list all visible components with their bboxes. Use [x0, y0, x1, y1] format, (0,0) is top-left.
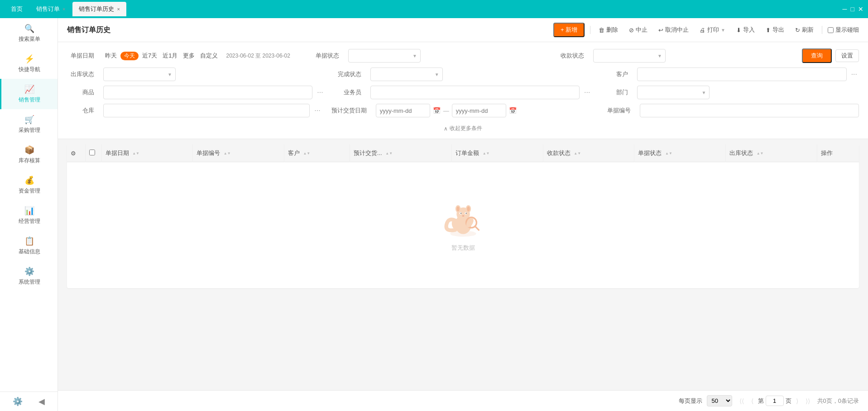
settings-filter-button[interactable]: 设置: [835, 49, 859, 62]
th-no[interactable]: 单据编号 ▲▼: [193, 145, 284, 162]
delivery-date-end-input[interactable]: [452, 104, 506, 117]
dept-select-wrapper: ▼: [637, 86, 710, 99]
sidebar-item-sales-mgmt[interactable]: 📈 销售管理: [0, 79, 58, 109]
th-checkbox[interactable]: [85, 145, 101, 162]
stop-button[interactable]: ⊘ 中止: [626, 24, 650, 36]
export-button[interactable]: ⬆ 导出: [763, 24, 787, 36]
th-amount[interactable]: 订单金额 ▲▼: [452, 145, 543, 162]
page-title: 销售订单历史: [67, 25, 110, 35]
per-page-select[interactable]: 10 20 50 100: [707, 395, 732, 406]
th-customer-sort-icon[interactable]: ▲▼: [303, 152, 310, 155]
cancel-stop-button[interactable]: ↩ 取消中止: [656, 24, 691, 36]
th-settings[interactable]: ⚙: [67, 145, 85, 162]
date-more[interactable]: 更多: [181, 51, 197, 61]
bill-no-input[interactable]: [640, 104, 859, 117]
date-label: 单据日期: [67, 52, 94, 60]
sidebar-item-quick-nav[interactable]: ⚡ 快捷导航: [0, 48, 58, 79]
next-page-button[interactable]: ⟩: [793, 396, 801, 406]
th-bill-status[interactable]: 单据状态 ▲▼: [634, 145, 726, 162]
dept-select[interactable]: [637, 86, 710, 99]
customer-more-icon[interactable]: ···: [849, 70, 859, 78]
new-button[interactable]: + 新增: [553, 23, 585, 37]
sidebar-item-search-menu[interactable]: 🔍 搜索菜单: [0, 18, 58, 48]
th-date[interactable]: 单据日期 ▲▼: [101, 145, 193, 162]
sidebar-item-inventory[interactable]: 📦 库存核算: [0, 140, 58, 170]
prev-page-button[interactable]: ⟨: [748, 396, 756, 406]
th-no-sort-icon[interactable]: ▲▼: [224, 152, 231, 155]
date-today[interactable]: 今天: [120, 52, 139, 60]
page-input[interactable]: [766, 396, 784, 406]
sidebar-item-system-mgmt[interactable]: ⚙️ 系统管理: [0, 261, 58, 291]
bill-status-select[interactable]: [348, 49, 421, 63]
salesperson-more-icon[interactable]: ···: [582, 88, 592, 97]
sidebar-item-basic-info[interactable]: 📋 基础信息: [0, 231, 58, 261]
th-delivery-sort-icon[interactable]: ▲▼: [385, 152, 393, 155]
sidebar-item-operations[interactable]: 📊 经营管理: [0, 200, 58, 231]
th-date-sort-icon[interactable]: ▲▼: [132, 152, 139, 155]
settings-icon[interactable]: ⚙️: [13, 396, 23, 406]
last-page-button[interactable]: ⟩⟩: [803, 396, 813, 406]
th-warehouse-status-label: 出库状态: [729, 150, 753, 156]
warehouse-status-select[interactable]: [103, 68, 176, 81]
th-payment-status[interactable]: 收款状态 ▲▼: [543, 145, 634, 162]
tab-sales-order-close[interactable]: ×: [62, 6, 65, 12]
window-maximize-icon[interactable]: □: [851, 5, 854, 13]
completion-status-label: 完成状态: [334, 70, 361, 78]
salesperson-input[interactable]: [370, 86, 580, 99]
date-custom[interactable]: 自定义: [198, 51, 220, 61]
th-payment-status-sort-icon[interactable]: ▲▼: [574, 152, 581, 155]
display-cols-toggle[interactable]: 显示碰细: [828, 26, 859, 34]
sidebar: 🔍 搜索菜单 ⚡ 快捷导航 📈 销售管理 🛒 采购管理 📦 库存核算 💰: [0, 18, 58, 411]
delivery-date-start-cal-icon[interactable]: 📅: [433, 107, 441, 114]
tab-sales-order-history[interactable]: 销售订单历史 ×: [72, 2, 126, 16]
table-footer: 每页显示 10 20 50 100 ⟨⟨ ⟨ 第 页 ⟩ ⟩⟩ 共0页，0条记录: [58, 390, 868, 411]
date-1month[interactable]: 近1月: [161, 51, 179, 61]
tab-sales-order[interactable]: 销售订单 ×: [30, 2, 72, 16]
product-label: 商品: [67, 88, 94, 97]
basic-info-icon: 📋: [24, 236, 34, 246]
window-close-icon[interactable]: ✕: [858, 5, 863, 13]
warehouse-filter: ···: [103, 104, 322, 117]
top-bar: 首页 销售订单 × 销售订单历史 × ─ □ ✕: [0, 0, 868, 18]
window-minimize-icon[interactable]: ─: [843, 5, 847, 13]
delete-button[interactable]: 🗑 删除: [596, 24, 621, 36]
warehouse-more-icon[interactable]: ···: [312, 106, 322, 115]
sidebar-item-operations-label: 经营管理: [19, 218, 40, 225]
tab-sales-order-history-close[interactable]: ×: [117, 6, 120, 12]
th-warehouse-status-sort-icon[interactable]: ▲▼: [757, 152, 764, 155]
query-button[interactable]: 查询: [802, 48, 832, 63]
delivery-date-end-cal-icon[interactable]: 📅: [509, 107, 517, 114]
date-7days[interactable]: 近7天: [140, 51, 159, 61]
refresh-button[interactable]: ↻ 刷新: [792, 24, 816, 36]
import-button[interactable]: ⬇ 导入: [734, 24, 758, 36]
payment-status-select[interactable]: [593, 49, 666, 63]
th-amount-sort-icon[interactable]: ▲▼: [483, 152, 490, 155]
delivery-date-start-input[interactable]: [376, 104, 430, 117]
th-delivery[interactable]: 预计交货... ▲▼: [350, 145, 451, 162]
bill-no-label: 单据编号: [604, 106, 631, 115]
th-bill-status-sort-icon[interactable]: ▲▼: [665, 152, 672, 155]
th-operation-label: 操作: [821, 150, 833, 156]
sidebar-item-purchase-mgmt[interactable]: 🛒 采购管理: [0, 109, 58, 140]
filter-row-4: 仓库 ··· 预计交货日期 📅 — 📅 单据编号: [67, 104, 859, 117]
collapse-sidebar-icon[interactable]: ◀: [38, 396, 45, 406]
page-header: 销售订单历史 + 新增 🗑 删除 ⊘ 中止 ↩ 取消中止 🖨: [58, 18, 868, 42]
sidebar-bottom: ⚙️ ◀: [0, 392, 58, 411]
sidebar-nav: 🔍 搜索菜单 ⚡ 快捷导航 📈 销售管理 🛒 采购管理 📦 库存核算 💰: [0, 18, 58, 291]
warehouse-input[interactable]: [103, 104, 310, 117]
customer-input[interactable]: [637, 68, 846, 81]
display-cols-checkbox[interactable]: [828, 27, 834, 33]
product-input[interactable]: [103, 86, 312, 99]
select-all-checkbox[interactable]: [89, 150, 95, 155]
product-more-icon[interactable]: ···: [315, 88, 325, 97]
completion-status-select[interactable]: [370, 68, 443, 81]
th-customer[interactable]: 客户 ▲▼: [284, 145, 350, 162]
sidebar-item-finance[interactable]: 💰 资金管理: [0, 170, 58, 200]
th-warehouse-status[interactable]: 出库状态 ▲▼: [726, 145, 817, 162]
date-yesterday[interactable]: 昨天: [103, 51, 119, 61]
print-button[interactable]: 🖨 打印 ▼: [697, 24, 728, 36]
first-page-button[interactable]: ⟨⟨: [737, 396, 747, 406]
tab-home[interactable]: 首页: [5, 2, 29, 16]
collapse-bar[interactable]: ∧ 收起更多条件: [67, 122, 859, 132]
settings-col-icon[interactable]: ⚙: [71, 150, 76, 157]
